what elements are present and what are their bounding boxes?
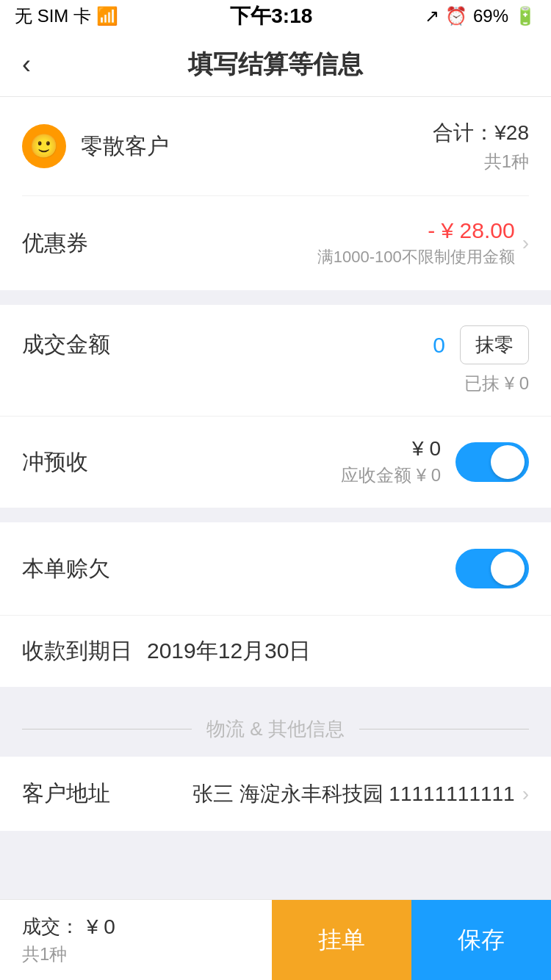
- hold-button[interactable]: 挂单: [272, 900, 411, 981]
- customer-summary: 合计：¥28 共1种: [433, 119, 529, 173]
- amount-value: 0: [433, 333, 445, 358]
- sim-wifi-status: 无 SIM 卡 📶: [15, 4, 118, 28]
- chevron-right-icon: ›: [522, 231, 529, 255]
- prepay-right: ¥ 0 应收金额 ¥ 0: [341, 437, 529, 487]
- amount-row: 成交金额 0 抹零: [0, 305, 551, 372]
- status-right: ↗ ⏰ 69% 🔋: [425, 6, 536, 26]
- footer-info: 成交： ¥ 0 共1种: [0, 914, 272, 966]
- status-time: 下午3:18: [230, 2, 312, 30]
- customer-row: 🙂 零散客户 合计：¥28 共1种: [0, 97, 551, 195]
- coupon-desc: 满1000-100不限制使用金额: [317, 246, 515, 268]
- debt-row: 本单赊欠: [0, 522, 551, 615]
- amount-label: 成交金额: [22, 330, 110, 360]
- footer-deal-amount: ¥ 0: [87, 915, 115, 939]
- footer: 成交： ¥ 0 共1种 挂单 保存: [0, 899, 551, 980]
- coupon-label: 优惠券: [22, 228, 88, 259]
- due-date-value: 2019年12月30日: [147, 636, 311, 666]
- due-date-row: 收款到期日 2019年12月30日: [0, 616, 551, 687]
- location-icon: ↗: [425, 6, 439, 26]
- address-label: 客户地址: [22, 779, 110, 809]
- battery-icon: 🔋: [514, 6, 536, 26]
- prepay-main-amount: ¥ 0: [341, 437, 441, 461]
- debt-section: 本单赊欠 收款到期日 2019年12月30日: [0, 522, 551, 687]
- nav-bar: ‹ 填写结算等信息: [0, 32, 551, 97]
- status-bar: 无 SIM 卡 📶 下午3:18 ↗ ⏰ 69% 🔋: [0, 0, 551, 32]
- customer-left: 🙂 零散客户: [22, 124, 169, 168]
- prepay-amounts: ¥ 0 应收金额 ¥ 0: [341, 437, 441, 487]
- alarm-icon: ⏰: [445, 6, 467, 26]
- coupon-right: - ¥ 28.00 满1000-100不限制使用金额 ›: [317, 218, 529, 268]
- amount-sub: 已抹 ¥ 0: [0, 372, 551, 416]
- back-button[interactable]: ‹: [22, 49, 31, 80]
- customer-card: 🙂 零散客户 合计：¥28 共1种 优惠券 - ¥ 28.00 满1000-10…: [0, 97, 551, 290]
- avatar-icon: 🙂: [29, 132, 59, 160]
- page-title: 填写结算等信息: [188, 48, 363, 82]
- avatar: 🙂: [22, 124, 66, 168]
- battery-level: 69%: [473, 6, 508, 26]
- address-row[interactable]: 客户地址 张三 海淀永丰科技园 11111111111 ›: [0, 757, 551, 831]
- logistics-line-right: [359, 729, 529, 729]
- coupon-amount: - ¥ 28.00: [317, 218, 515, 243]
- address-right: 张三 海淀永丰科技园 11111111111 ›: [110, 780, 529, 808]
- address-section: 客户地址 张三 海淀永丰科技园 11111111111 ›: [0, 757, 551, 831]
- content-area: 🙂 零散客户 合计：¥28 共1种 优惠券 - ¥ 28.00 满1000-10…: [0, 97, 551, 934]
- prepay-row: 冲预收 ¥ 0 应收金额 ¥ 0: [0, 417, 551, 508]
- coupon-row[interactable]: 优惠券 - ¥ 28.00 满1000-100不限制使用金额 ›: [0, 196, 551, 290]
- due-date-label: 收款到期日: [22, 636, 132, 666]
- footer-count: 共1种: [22, 943, 250, 966]
- logistics-header-section: 物流 & 其他信息: [0, 702, 551, 757]
- status-left: 无 SIM 卡 📶: [15, 4, 118, 28]
- debt-toggle[interactable]: [455, 549, 529, 588]
- footer-deal-label: 成交：: [22, 914, 79, 940]
- amount-right: 0 抹零: [433, 325, 529, 364]
- save-button[interactable]: 保存: [411, 900, 551, 981]
- debt-label: 本单赊欠: [22, 554, 110, 584]
- chevron-right-icon: ›: [522, 782, 529, 806]
- prepay-sub-amount: 应收金额 ¥ 0: [341, 464, 441, 487]
- prepay-label: 冲预收: [22, 447, 88, 478]
- customer-total: 合计：¥28: [433, 119, 529, 147]
- round-off-button[interactable]: 抹零: [460, 325, 529, 364]
- toggle-knob: [491, 552, 525, 586]
- address-value: 张三 海淀永丰科技园 11111111111: [192, 780, 515, 808]
- logistics-line-left: [22, 729, 192, 729]
- amount-section: 成交金额 0 抹零 已抹 ¥ 0 冲预收 ¥ 0 应收金额 ¥ 0: [0, 305, 551, 508]
- footer-deal-row: 成交： ¥ 0: [22, 914, 250, 940]
- coupon-info: - ¥ 28.00 满1000-100不限制使用金额: [317, 218, 515, 268]
- prepay-toggle[interactable]: [455, 442, 529, 482]
- toggle-knob: [491, 445, 525, 479]
- customer-count: 共1种: [433, 150, 529, 173]
- customer-name: 零散客户: [81, 131, 169, 162]
- logistics-label: 物流 & 其他信息: [206, 716, 345, 742]
